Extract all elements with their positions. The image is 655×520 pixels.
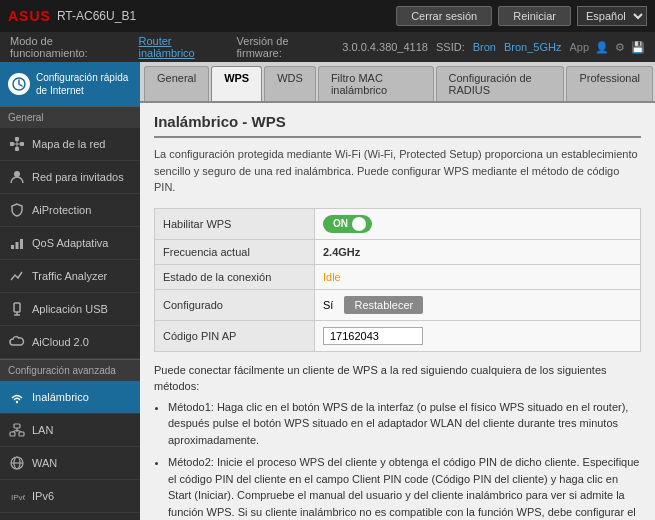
tab-mac-filter[interactable]: Filtro MAC inalámbrico xyxy=(318,66,434,101)
tab-general[interactable]: General xyxy=(144,66,209,101)
svg-rect-9 xyxy=(16,242,19,249)
sidebar-item-wan[interactable]: WAN xyxy=(0,447,140,480)
page-title: Inalámbrico - WPS xyxy=(154,113,641,138)
svg-rect-2 xyxy=(20,142,24,146)
sidebar-item-lan[interactable]: LAN xyxy=(0,414,140,447)
svg-point-14 xyxy=(16,401,18,403)
tab-radius[interactable]: Configuración de RADIUS xyxy=(436,66,565,101)
reset-button[interactable]: Restablecer xyxy=(344,296,423,314)
usb-label: Aplicación USB xyxy=(32,303,108,315)
pin-ap-value xyxy=(315,320,641,351)
network-map-label: Mapa de la red xyxy=(32,138,105,150)
info-bar-right: App 👤 ⚙ 💾 xyxy=(569,41,645,54)
aicloud-icon xyxy=(8,333,26,351)
firmware-label: Versión de firmware: xyxy=(237,35,335,59)
content-area: General WPS WDS Filtro MAC inalámbrico C… xyxy=(140,62,655,520)
svg-rect-8 xyxy=(11,245,14,249)
page-content: Inalámbrico - WPS La configuración prote… xyxy=(140,103,655,520)
qos-label: QoS Adaptativa xyxy=(32,237,108,249)
icon-person: 👤 xyxy=(595,41,609,54)
icon-save: 💾 xyxy=(631,41,645,54)
language-select[interactable]: Español English xyxy=(577,6,647,26)
svg-rect-16 xyxy=(10,432,15,436)
method1-item: Método1: Haga clic en el botón WPS de la… xyxy=(168,399,641,449)
svg-rect-17 xyxy=(19,432,24,436)
guest-icon xyxy=(8,168,26,186)
sidebar-item-traffic[interactable]: Traffic Analyzer xyxy=(0,260,140,293)
router-model: RT-AC66U_B1 xyxy=(57,9,136,23)
ipv6-label: IPv6 xyxy=(32,490,54,502)
reboot-button[interactable]: Reiniciar xyxy=(498,6,571,26)
enable-wps-label: Habilitar WPS xyxy=(155,208,315,239)
aiprotection-label: AiProtection xyxy=(32,204,91,216)
wireless-label: Inalámbrico xyxy=(32,391,89,403)
quick-internet-label: Configuración rápida de Internet xyxy=(36,71,132,97)
info-text: Puede conectar fácilmente un cliente de … xyxy=(154,362,641,395)
traffic-icon xyxy=(8,267,26,285)
info-section: Puede conectar fácilmente un cliente de … xyxy=(154,362,641,521)
enable-wps-value: ON xyxy=(315,208,641,239)
sidebar-item-usb[interactable]: Aplicación USB xyxy=(0,293,140,326)
network-map-icon xyxy=(8,135,26,153)
info-bar: Modo de funcionamiento: Router inalámbri… xyxy=(0,32,655,62)
svg-point-7 xyxy=(14,171,20,177)
ssid-5g: Bron_5GHz xyxy=(504,41,561,53)
svg-rect-15 xyxy=(14,424,20,428)
svg-rect-3 xyxy=(15,137,19,141)
frequency-value: 2.4GHz xyxy=(315,239,641,264)
app-label: App xyxy=(569,41,589,53)
sidebar-item-aicloud[interactable]: AiCloud 2.0 xyxy=(0,326,140,359)
asus-logo: ASUS xyxy=(8,8,51,24)
close-session-button[interactable]: Cerrar sesión xyxy=(396,6,492,26)
sidebar-item-wireless[interactable]: Inalámbrico xyxy=(0,381,140,414)
mode-value[interactable]: Router inalámbrico xyxy=(138,35,228,59)
firmware-value: 3.0.0.4.380_4118 xyxy=(342,41,428,53)
sidebar-item-ipv6[interactable]: IPv6 IPv6 xyxy=(0,480,140,513)
methods-list: Método1: Haga clic en el botón WPS de la… xyxy=(154,399,641,521)
method2-item: Método2: Inicie el proceso WPS del clien… xyxy=(168,454,641,520)
top-bar: ASUS RT-AC66U_B1 Cerrar sesión Reiniciar… xyxy=(0,0,655,32)
quick-internet-header[interactable]: Configuración rápida de Internet xyxy=(0,62,140,106)
lan-label: LAN xyxy=(32,424,53,436)
qos-icon xyxy=(8,234,26,252)
tab-wps[interactable]: WPS xyxy=(211,66,262,101)
sidebar-item-guest[interactable]: Red para invitados xyxy=(0,161,140,194)
connection-state-label: Estado de la conexión xyxy=(155,264,315,289)
frequency-label: Frecuencia actual xyxy=(155,239,315,264)
svg-rect-1 xyxy=(10,142,14,146)
connection-state-value: Idle xyxy=(315,264,641,289)
svg-rect-11 xyxy=(14,303,20,312)
configured-row: Configurado Sí Restablecer xyxy=(155,289,641,320)
sidebar-item-vpn[interactable]: VPN VPN xyxy=(0,513,140,520)
svg-text:IPv6: IPv6 xyxy=(11,493,25,502)
quick-internet-icon xyxy=(8,73,30,95)
tab-wds[interactable]: WDS xyxy=(264,66,316,101)
page-description: La configuración protegida mediante Wi-F… xyxy=(154,146,641,196)
sidebar: Configuración rápida de Internet General… xyxy=(0,62,140,520)
aiprotection-icon xyxy=(8,201,26,219)
tab-professional[interactable]: Professional xyxy=(566,66,653,101)
toggle-knob xyxy=(352,217,366,231)
usb-icon xyxy=(8,300,26,318)
wireless-icon xyxy=(8,388,26,406)
tabs-bar: General WPS WDS Filtro MAC inalámbrico C… xyxy=(140,62,655,103)
configured-label: Configurado xyxy=(155,289,315,320)
pin-ap-input[interactable] xyxy=(323,327,423,345)
connection-state-row: Estado de la conexión Idle xyxy=(155,264,641,289)
frequency-row: Frecuencia actual 2.4GHz xyxy=(155,239,641,264)
svg-rect-4 xyxy=(15,147,19,151)
mode-label: Modo de funcionamiento: xyxy=(10,35,130,59)
aicloud-label: AiCloud 2.0 xyxy=(32,336,89,348)
sidebar-item-qos[interactable]: QoS Adaptativa xyxy=(0,227,140,260)
toggle-on-label: ON xyxy=(333,218,348,229)
wps-toggle[interactable]: ON xyxy=(323,215,372,233)
guest-label: Red para invitados xyxy=(32,171,124,183)
pin-ap-row: Código PIN AP xyxy=(155,320,641,351)
sidebar-item-aiprotection[interactable]: AiProtection xyxy=(0,194,140,227)
advanced-section: Configuración avanzada xyxy=(0,359,140,381)
icon-settings: ⚙ xyxy=(615,41,625,54)
wps-form-table: Habilitar WPS ON Frecuencia actual 2.4GH… xyxy=(154,208,641,352)
wan-label: WAN xyxy=(32,457,57,469)
sidebar-item-network-map[interactable]: Mapa de la red xyxy=(0,128,140,161)
lan-icon xyxy=(8,421,26,439)
